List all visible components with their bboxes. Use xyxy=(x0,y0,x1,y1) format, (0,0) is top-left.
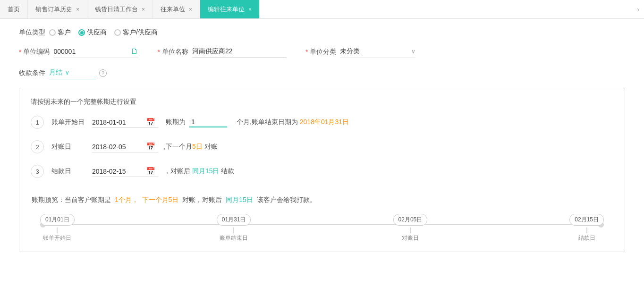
close-edit-partner-tab[interactable]: × xyxy=(248,6,252,13)
unit-type-radio-group: 客户 供应商 客户/供应商 xyxy=(49,28,158,37)
step-1-period-unit: 个月,账单结束日期为 2018年01月31日 xyxy=(237,118,349,127)
timeline-vline-1 xyxy=(57,228,58,233)
step-date-2-wrapper: 📅 xyxy=(92,141,158,152)
unit-code-star: * xyxy=(19,48,21,56)
radio-supplier-circle xyxy=(78,29,85,36)
step-date-1-calendar-icon[interactable]: 📅 xyxy=(146,118,155,127)
step-row-3: 3 结款日 📅 ，对账后 同月15日 结款 xyxy=(31,165,613,178)
step-1-end-date: 2018年01月31日 xyxy=(300,118,349,126)
payment-terms-help-icon[interactable]: ? xyxy=(99,69,107,77)
timeline-date-3: 02月05日 xyxy=(393,214,428,226)
unit-info-row: * 单位编码 🗋 * 单位名称 * 单位分类 未分类 ∨ xyxy=(19,45,625,58)
unit-name-input[interactable] xyxy=(192,46,287,58)
timeline-points: 01月01日 账单开始日 01月31日 账单结束日 02月05日 对账日 xyxy=(40,214,604,242)
payment-terms-arrow: ∨ xyxy=(65,69,69,76)
step-3-suffix: ，对账后 同月15日 结款 xyxy=(164,167,234,176)
step-label-1: 账单开始日 xyxy=(51,118,85,127)
timeline-label-1: 账单开始日 xyxy=(43,234,71,242)
timeline-label-2: 账单结束日 xyxy=(220,234,248,242)
timeline-point-2: 01月31日 账单结束日 xyxy=(217,214,251,242)
step-2-suffix: ,下一个月5日 对账 xyxy=(164,143,218,151)
section-instruction: 请按照未来的一个完整帐期进行设置 xyxy=(31,98,613,106)
period-settings-box: 请按照未来的一个完整帐期进行设置 1 账单开始日 📅 账期为 个月,账单结束日期… xyxy=(19,88,625,252)
step-date-2-calendar-icon[interactable]: 📅 xyxy=(146,142,155,151)
step-date-3-calendar-icon[interactable]: 📅 xyxy=(146,167,155,176)
unit-category-group: * 单位分类 未分类 ∨ xyxy=(305,45,415,58)
period-value-input[interactable] xyxy=(189,117,227,127)
unit-category-label: 单位分类 xyxy=(310,48,336,56)
unit-code-copy-icon[interactable]: 🗋 xyxy=(131,47,138,56)
timeline-point-4: 02月15日 结款日 xyxy=(569,214,604,242)
radio-both-circle xyxy=(114,29,121,36)
unit-code-label: 单位编码 xyxy=(23,48,50,56)
step-date-1-wrapper: 📅 xyxy=(92,117,158,128)
timeline-label-3: 对账日 xyxy=(402,234,419,242)
preview-row: 账期预览：当前客户账期是 1个月， 下一个月5日 对账，对账后 同月15日 该客… xyxy=(31,189,613,214)
step-row-1: 1 账单开始日 📅 账期为 个月,账单结束日期为 2018年01月31日 xyxy=(31,116,613,129)
timeline-date-2: 01月31日 xyxy=(217,214,251,226)
close-sales-history-tab[interactable]: × xyxy=(76,6,79,13)
step-date-2-input[interactable] xyxy=(92,143,144,151)
timeline-point-1: 01月01日 账单开始日 xyxy=(40,214,75,242)
close-cashflow-tab[interactable]: × xyxy=(142,6,145,13)
close-partners-tab[interactable]: × xyxy=(189,6,192,13)
unit-name-group: * 单位名称 xyxy=(157,46,286,58)
unit-category-arrow: ∨ xyxy=(411,48,415,55)
step-date-3-input[interactable] xyxy=(92,168,144,175)
radio-both[interactable]: 客户/供应商 xyxy=(114,28,158,37)
unit-name-label: 单位名称 xyxy=(162,48,188,56)
unit-code-input[interactable] xyxy=(53,48,129,55)
timeline-date-4: 02月15日 xyxy=(569,214,604,226)
unit-type-label: 单位类型 xyxy=(19,28,45,37)
unit-code-input-wrapper: 🗋 xyxy=(53,45,138,58)
tab-sales-history[interactable]: 销售订单历史 × xyxy=(28,0,87,18)
preview-period: 1个月， xyxy=(115,196,138,203)
radio-customer[interactable]: 客户 xyxy=(49,28,71,37)
preview-period2: 下一个月5日 xyxy=(142,196,179,203)
unit-category-select[interactable]: 未分类 ∨ xyxy=(340,45,415,58)
timeline-vline-2 xyxy=(233,228,234,233)
timeline-label-4: 结款日 xyxy=(578,234,595,242)
radio-customer-circle xyxy=(49,29,56,36)
tab-edit-partner[interactable]: 编辑往来单位 × xyxy=(200,0,260,18)
tab-home[interactable]: 首页 xyxy=(0,0,28,18)
payment-terms-row: 收款条件 月结 ∨ ? xyxy=(19,67,625,79)
tab-cashflow[interactable]: 钱货日清工作台 × xyxy=(87,0,153,18)
radio-supplier[interactable]: 供应商 xyxy=(78,28,107,37)
payment-terms-label: 收款条件 xyxy=(19,69,45,77)
payment-terms-select[interactable]: 月结 ∨ xyxy=(49,67,96,79)
unit-type-row: 单位类型 客户 供应商 客户/供应商 xyxy=(19,28,625,37)
step-num-1: 1 xyxy=(31,116,44,129)
tab-overflow-arrow[interactable]: › xyxy=(632,6,644,13)
step-date-3-wrapper: 📅 xyxy=(92,166,158,177)
timeline-vline-3 xyxy=(410,228,411,233)
step-row-2: 2 对账日 📅 ,下一个月5日 对账 xyxy=(31,140,613,153)
unit-code-group: * 单位编码 🗋 xyxy=(19,45,138,58)
tab-partners[interactable]: 往来单位 × xyxy=(153,0,200,18)
step-num-2: 2 xyxy=(31,140,44,153)
timeline-date-1: 01月01日 xyxy=(40,214,75,226)
tabs-bar: 首页 销售订单历史 × 钱货日清工作台 × 往来单位 × 编辑往来单位 × › xyxy=(0,0,644,19)
unit-name-star: * xyxy=(157,48,160,56)
step-1-suffix-pre: 账期为 xyxy=(166,118,186,127)
timeline-wrapper: 01月01日 账单开始日 01月31日 账单结束日 02月05日 对账日 xyxy=(31,214,613,242)
unit-category-star: * xyxy=(305,48,308,56)
step-label-2: 对账日 xyxy=(51,143,85,151)
unit-category-value: 未分类 xyxy=(340,47,407,56)
step-date-1-input[interactable] xyxy=(92,118,144,126)
timeline-vline-4 xyxy=(586,228,587,233)
main-content: 单位类型 客户 供应商 客户/供应商 * 单位编码 🗋 xyxy=(0,19,644,287)
step-label-3: 结款日 xyxy=(51,167,85,176)
timeline-point-3: 02月05日 对账日 xyxy=(393,214,428,242)
payment-terms-value: 月结 xyxy=(49,68,62,77)
step-num-3: 3 xyxy=(31,165,44,178)
preview-payment-day: 同月15日 xyxy=(226,196,253,203)
